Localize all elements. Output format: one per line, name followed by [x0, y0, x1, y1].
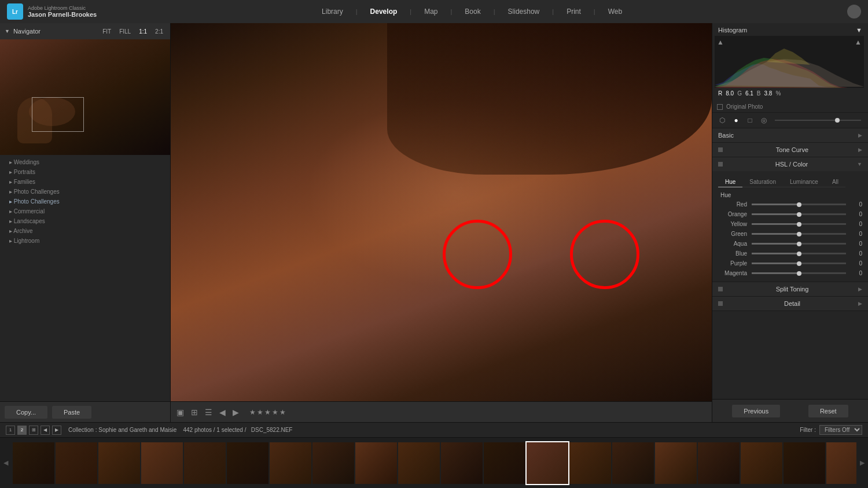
nav-prev-icon[interactable]: ◀: [41, 426, 50, 435]
star-1[interactable]: ★: [249, 408, 256, 416]
filmstrip-thumb-11[interactable]: [441, 442, 483, 484]
hsl-slider-purple[interactable]: [752, 263, 846, 264]
filmstrip-thumb-12[interactable]: [484, 442, 525, 484]
view-options-icon[interactable]: ☰: [204, 406, 214, 418]
star-rating[interactable]: ★ ★ ★ ★ ★: [249, 408, 286, 416]
collection-item[interactable]: ▸ Archive: [0, 226, 170, 236]
zoom-fill[interactable]: FILL: [117, 28, 133, 35]
filmstrip-thumb-1[interactable]: [13, 442, 54, 484]
basic-panel-header[interactable]: Basic ▶: [712, 128, 868, 142]
collection-item[interactable]: ▸ Lightroom: [0, 236, 170, 246]
histogram-highlight-clip[interactable]: ▲: [855, 38, 862, 46]
filmstrip-right-arrow[interactable]: ▶: [856, 438, 868, 488]
nav-develop[interactable]: Develop: [368, 6, 400, 17]
hsl-slider-aqua[interactable]: [752, 243, 846, 245]
collection-item[interactable]: ▸ Photo Challenges: [0, 187, 170, 197]
filmstrip-thumb-4[interactable]: [141, 442, 183, 484]
star-4[interactable]: ★: [272, 408, 278, 416]
filmstrip-thumb-18[interactable]: [741, 442, 782, 484]
zoom-fit[interactable]: FIT: [100, 28, 113, 35]
hsl-slider-yellow[interactable]: [752, 223, 846, 225]
square-tool-icon[interactable]: □: [745, 115, 755, 125]
detail-panel-header[interactable]: Detail ▶: [712, 297, 868, 310]
histogram-expand-icon[interactable]: ▼: [856, 27, 862, 34]
hsl-tab-luminance[interactable]: Luminance: [783, 177, 825, 187]
hsl-fill-green: [752, 233, 799, 235]
filmstrip-thumb-13[interactable]: [527, 442, 568, 484]
view-grid-icon[interactable]: ⊞: [190, 406, 199, 418]
filmstrip-thumb-7[interactable]: [270, 442, 311, 484]
filmstrip-thumb-15[interactable]: [612, 442, 654, 484]
filmstrip-left-arrow[interactable]: ◀: [0, 438, 12, 488]
view-loupe-icon[interactable]: 1: [6, 426, 15, 435]
filmstrip-thumb-5[interactable]: [184, 442, 226, 484]
filmstrip-thumb-2[interactable]: [56, 442, 97, 484]
filmstrip-thumb-9[interactable]: [355, 442, 397, 484]
copy-button[interactable]: Copy...: [5, 406, 47, 419]
nav-slideshow[interactable]: Slideshow: [506, 6, 542, 17]
filmstrip-thumb-19[interactable]: [784, 442, 825, 484]
tone-curve-panel-header[interactable]: Tone Curve ▶: [712, 143, 868, 157]
view-grid-icon[interactable]: ⊞: [29, 426, 38, 435]
nav-right-icon[interactable]: ▶: [231, 406, 240, 418]
collection-item[interactable]: ▸ Portraits: [0, 167, 170, 177]
star-5[interactable]: ★: [279, 408, 286, 416]
hsl-slider-red[interactable]: [752, 204, 846, 205]
filmstrip-thumb-16[interactable]: [655, 442, 697, 484]
nav-next-icon[interactable]: ▶: [52, 426, 61, 435]
hsl-row-orange: Orange 0: [718, 209, 862, 219]
filmstrip-thumb-20[interactable]: [826, 442, 856, 484]
view-before-after-icon[interactable]: 2: [17, 426, 27, 435]
user-avatar[interactable]: [847, 5, 861, 19]
paste-button[interactable]: Paste: [52, 406, 91, 419]
filmstrip-thumb-8[interactable]: [312, 442, 354, 484]
filmstrip-thumb-17[interactable]: [698, 442, 740, 484]
collection-item[interactable]: ▸ Landscapes: [0, 216, 170, 226]
spot-tool-icon[interactable]: ◎: [759, 115, 769, 125]
star-3[interactable]: ★: [264, 408, 271, 416]
filter-dropdown[interactable]: Filters Off: [819, 425, 862, 435]
reset-button[interactable]: Reset: [808, 405, 848, 417]
nav-left-icon[interactable]: ◀: [218, 406, 227, 418]
histogram-section: Histogram ▼ ▲ ▲: [712, 23, 868, 101]
r-label: R: [718, 90, 722, 97]
previous-button[interactable]: Previous: [732, 405, 780, 417]
filmstrip-thumb-6[interactable]: [227, 442, 269, 484]
filmstrip-thumb-14[interactable]: [569, 442, 611, 484]
nav-book[interactable]: Book: [462, 6, 483, 17]
nav-menu: Library | Develop | Map | Book | Slidesh…: [319, 6, 624, 17]
collection-item[interactable]: ▸ Commercial: [0, 206, 170, 216]
star-2[interactable]: ★: [257, 408, 263, 416]
collections-panel[interactable]: ▸ Weddings ▸ Portraits ▸ Families ▸ Phot…: [0, 155, 170, 401]
collection-item[interactable]: ▸ Families: [0, 177, 170, 187]
tone-curve-toggle-icon: ▶: [858, 147, 862, 153]
nav-print[interactable]: Print: [564, 6, 583, 17]
nav-web[interactable]: Web: [606, 6, 624, 17]
collection-item[interactable]: ▸ Photo Challenges: [0, 197, 170, 206]
hsl-tab-saturation[interactable]: Saturation: [742, 177, 783, 187]
tool-slider[interactable]: [775, 120, 861, 121]
hsl-slider-blue[interactable]: [752, 253, 846, 254]
original-photo-checkbox[interactable]: [717, 104, 723, 110]
hsl-panel-header[interactable]: HSL / Color ▼: [712, 157, 868, 171]
crop-tool-icon[interactable]: ⬡: [717, 115, 727, 125]
zoom-1-1[interactable]: 1:1: [137, 28, 149, 35]
nav-library[interactable]: Library: [319, 6, 345, 17]
hsl-slider-orange[interactable]: [752, 213, 846, 215]
zoom-2-1[interactable]: 2:1: [153, 28, 165, 35]
hsl-slider-magenta[interactable]: [752, 272, 846, 274]
hsl-tab-hue[interactable]: Hue: [718, 177, 742, 187]
center-panel: ▣ ⊞ ☰ ◀ ▶ ★ ★ ★ ★ ★: [171, 23, 712, 422]
view-single-icon[interactable]: ▣: [175, 406, 185, 418]
nav-map[interactable]: Map: [422, 6, 440, 17]
collection-item[interactable]: ▸ Weddings: [0, 157, 170, 167]
histogram-shadow-clip[interactable]: ▲: [717, 38, 724, 46]
filmstrip-thumb-10[interactable]: [398, 442, 440, 484]
rgb-values: R 8.0 G 6.1 B 3.8 %: [715, 88, 866, 99]
hsl-tab-all[interactable]: All: [825, 177, 845, 187]
filmstrip-thumb-3[interactable]: [98, 442, 140, 484]
circle-tool-icon[interactable]: ●: [731, 115, 741, 125]
split-toning-panel-header[interactable]: Split Toning ▶: [712, 282, 868, 296]
collection-label: Collection : Sophie and Gareth and Maisi…: [68, 427, 176, 433]
hsl-slider-green[interactable]: [752, 233, 846, 235]
